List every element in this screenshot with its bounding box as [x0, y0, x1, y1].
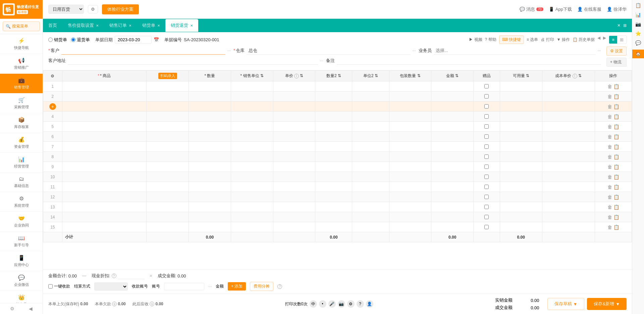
pinyin-icon[interactable]: •	[319, 300, 326, 308]
row-2-pkg[interactable]	[389, 91, 431, 102]
row-1-price[interactable]	[273, 81, 315, 91]
calendar-icon[interactable]: 📅	[154, 37, 159, 42]
copy-icon-2[interactable]: 📋	[613, 94, 619, 99]
copy-icon-3[interactable]: 📋	[613, 104, 619, 109]
next-record-button[interactable]: ▶	[603, 36, 606, 44]
account-input[interactable]	[164, 283, 204, 290]
tab-sales-delivery[interactable]: 销货单 ✕	[137, 19, 165, 32]
row-3-amt[interactable]	[431, 102, 474, 112]
row-2-qty2[interactable]	[315, 91, 352, 102]
save-new-button[interactable]: 保存&新增 ▼	[587, 298, 627, 310]
account-select-button[interactable]: ···	[208, 284, 212, 289]
row-2-goods[interactable]	[62, 91, 147, 102]
sidebar-item-yingxiao[interactable]: 📢 营销推广	[0, 54, 43, 74]
save-new-dropdown-icon[interactable]: ▼	[615, 302, 620, 307]
one-click-pay-checkbox[interactable]	[48, 284, 53, 289]
row-1-unit2[interactable]	[352, 81, 389, 91]
settle-select[interactable]	[94, 282, 128, 291]
row-3-goods[interactable]	[62, 102, 147, 112]
right-panel-msg[interactable]: 💬	[635, 40, 641, 46]
copy-icon-12[interactable]: 📋	[613, 194, 619, 200]
right-panel-chart[interactable]: 📊	[635, 12, 641, 17]
row-3-pkg[interactable]	[389, 102, 431, 112]
topbar-gear-button[interactable]: ⚙	[88, 5, 98, 13]
operation-button[interactable]: ▼ 操作	[557, 36, 570, 44]
discount-info-icon[interactable]: ?	[112, 273, 116, 278]
row-1-amt[interactable]	[431, 81, 474, 91]
copy-icon-1[interactable]: 📋	[613, 84, 619, 89]
row-2-unit2[interactable]	[352, 91, 389, 102]
tab-close-sales-order[interactable]: ✕	[129, 24, 131, 27]
discount-input[interactable]	[118, 272, 145, 279]
row-3-gift[interactable]	[474, 102, 500, 112]
radio-sales-delivery[interactable]: 销货单	[48, 37, 67, 43]
row-2-gift[interactable]	[474, 91, 500, 102]
right-panel-star[interactable]: ⭐	[635, 31, 641, 36]
experience-button[interactable]: 体验行业方案	[102, 4, 139, 14]
add-payment-button[interactable]: + 添加	[228, 282, 246, 291]
tab-maximize-button[interactable]: ⊞	[623, 23, 627, 28]
copy-icon-4[interactable]: 📋	[613, 114, 619, 119]
row-3-price[interactable]	[273, 102, 315, 112]
copy-icon-13[interactable]: 📋	[613, 204, 619, 210]
row-1-qty2[interactable]	[315, 81, 352, 91]
history-button[interactable]: 📋 历史单据	[573, 36, 595, 44]
customer-select-button[interactable]: ···	[227, 48, 231, 53]
copy-icon-15[interactable]: 📋	[613, 225, 619, 230]
price-info-icon[interactable]: i	[294, 74, 299, 78]
sidebar-item-kuaijie[interactable]: ⚡ 快捷导航	[0, 34, 43, 54]
sidebar-item-qiye[interactable]: 🤝 企业协同	[0, 212, 43, 232]
grid-view-button[interactable]: ⊞	[617, 36, 626, 44]
sidebar-collapse-button[interactable]: ◀	[29, 306, 33, 311]
sidebar-settings-button[interactable]: ⚙	[10, 306, 14, 311]
right-panel-camera[interactable]: 📷	[635, 21, 641, 27]
delete-icon-1[interactable]: 🗑	[607, 84, 612, 89]
logistics-button[interactable]: + 物流	[606, 58, 627, 67]
person-icon[interactable]: 👤	[366, 300, 373, 308]
scan-button[interactable]: 扫码录入	[158, 73, 177, 79]
row-2-price[interactable]	[273, 91, 315, 102]
customer-input[interactable]	[61, 47, 225, 55]
add-row-button[interactable]: +	[49, 103, 56, 110]
sidebar-item-kucun[interactable]: 📦 库存核算	[0, 113, 43, 133]
row-3-goods-input[interactable]	[64, 104, 145, 109]
select-button[interactable]: ≡ 选单	[527, 36, 538, 44]
save-draft-button[interactable]: 保存草稿 ▼	[547, 298, 585, 310]
sidebar-item-caigou[interactable]: 🛒 采购管理	[0, 93, 43, 113]
right-panel-active[interactable]: 🏠	[632, 50, 644, 58]
settings2-icon[interactable]: ⚙	[347, 300, 355, 308]
message-button[interactable]: 💬 消息 70	[520, 6, 543, 12]
tab-price-extract[interactable]: 售价提取设置 ✕	[62, 19, 104, 32]
delete-icon-13[interactable]: 🗑	[607, 204, 612, 210]
sidebar-item-changhui[interactable]: 👑 畅会员	[0, 291, 43, 303]
sidebar-item-jingying[interactable]: 📊 经营管理	[0, 153, 43, 173]
ime-icon[interactable]: 中	[310, 300, 317, 308]
radio-sales-return[interactable]: 退货单	[71, 37, 90, 43]
delete-icon-15[interactable]: 🗑	[607, 225, 612, 230]
voice-icon[interactable]: 🎤	[328, 300, 336, 308]
help-button[interactable]: ? 帮助	[485, 36, 496, 44]
delete-icon-2[interactable]: 🗑	[607, 94, 612, 99]
row-3-unit[interactable]	[231, 102, 273, 112]
tab-sales-order[interactable]: 销售订单 ✕	[104, 19, 137, 32]
delete-icon-12[interactable]: 🗑	[607, 194, 612, 200]
tab-close-price-extract[interactable]: ✕	[96, 24, 99, 27]
search-menu-button[interactable]: 🔍 搜索菜单	[3, 21, 40, 31]
warehouse-input[interactable]	[247, 47, 411, 55]
delete-icon-4[interactable]: 🗑	[607, 114, 612, 119]
tab-home[interactable]: 首页	[43, 19, 62, 32]
app-download-button[interactable]: 📱 App下载	[549, 6, 572, 12]
warehouse-select-button[interactable]: ···	[413, 48, 416, 53]
copy-icon-14[interactable]: 📋	[613, 214, 619, 220]
row-2-amt[interactable]	[431, 91, 474, 102]
sidebar-item-jichu[interactable]: 🗂 基础信息	[0, 173, 43, 192]
row-2-unit[interactable]	[231, 91, 273, 102]
copy-icon-5[interactable]: 📋	[613, 124, 619, 129]
salesperson-input[interactable]	[434, 47, 596, 55]
row-1-unit[interactable]	[231, 81, 273, 91]
industry-select[interactable]: 日用百货	[48, 5, 84, 14]
list-view-button[interactable]: ≡	[609, 36, 617, 44]
sidebar-item-weixin[interactable]: 💬 企业微信	[0, 271, 43, 291]
delete-icon-3[interactable]: 🗑	[607, 104, 612, 109]
row-1-goods[interactable]	[62, 81, 147, 91]
